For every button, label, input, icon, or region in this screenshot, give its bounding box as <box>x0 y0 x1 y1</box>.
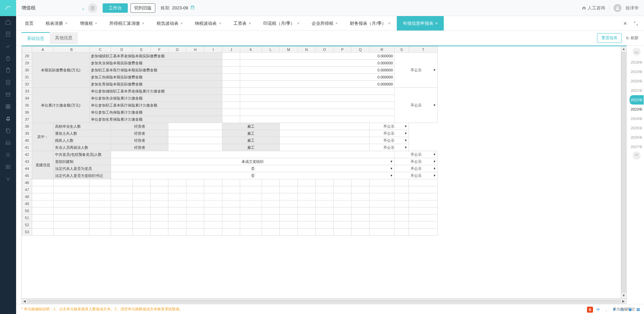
cell[interactable]: 不公示▼ <box>369 130 409 137</box>
cell[interactable] <box>168 193 186 200</box>
cell[interactable] <box>150 179 168 186</box>
cell[interactable] <box>369 186 394 193</box>
nav-v-icon[interactable] <box>0 173 16 185</box>
cell[interactable] <box>262 207 279 214</box>
row-header[interactable]: 49 <box>22 200 32 207</box>
nav-calc-icon[interactable] <box>0 76 16 88</box>
expand-tabs-button[interactable] <box>631 18 641 29</box>
cell[interactable] <box>262 179 279 186</box>
cell[interactable]: 0.000000 <box>240 74 394 81</box>
cell[interactable] <box>186 200 204 207</box>
year-item[interactable]: 2020年 <box>630 76 644 86</box>
cell[interactable] <box>409 229 438 236</box>
row-header[interactable]: 28 <box>22 53 32 60</box>
cell[interactable] <box>150 207 168 214</box>
cell[interactable] <box>352 193 369 200</box>
cell[interactable]: 经营者 <box>111 123 168 130</box>
cell[interactable] <box>280 144 369 151</box>
cell[interactable] <box>132 200 150 207</box>
cell[interactable] <box>111 193 132 200</box>
cell[interactable] <box>240 102 394 109</box>
scroll-down-icon[interactable]: ▼ <box>621 293 626 298</box>
cell[interactable] <box>316 200 333 207</box>
cell[interactable] <box>186 179 204 186</box>
col-header[interactable]: R <box>369 47 394 53</box>
year-item[interactable]: 2027年 <box>630 142 644 151</box>
module-dropdown[interactable]: 增值税 ⌄ <box>21 5 85 11</box>
cell[interactable] <box>32 179 53 186</box>
cell[interactable] <box>280 130 369 137</box>
cell[interactable]: 参加职工基本医疗保险本期实际缴费金额 <box>90 67 222 74</box>
year-up-button[interactable]: ︽ <box>633 48 641 56</box>
cell[interactable] <box>150 200 168 207</box>
tab-close-icon[interactable]: × <box>249 21 251 26</box>
cell[interactable] <box>240 186 262 193</box>
row-header[interactable]: 34 <box>22 95 32 102</box>
close-all-tabs-button[interactable]: ✕ <box>620 18 631 29</box>
cell[interactable] <box>262 214 279 222</box>
cell[interactable] <box>280 193 298 200</box>
year-item[interactable]: 2023年 <box>630 105 644 114</box>
cell[interactable]: 0.000000 <box>240 67 394 74</box>
cell[interactable] <box>54 179 90 186</box>
cell[interactable] <box>204 207 222 214</box>
cell[interactable]: 单位累计欠缴金额(万元) <box>32 88 89 123</box>
cell[interactable] <box>240 200 262 207</box>
cell[interactable] <box>280 123 369 130</box>
nav-bag-icon[interactable] <box>0 52 16 64</box>
cell[interactable] <box>32 200 53 207</box>
cell[interactable]: 不公示▼ <box>369 123 409 130</box>
cell[interactable]: 本期实际缴费金额(万元) <box>32 53 89 88</box>
cell[interactable] <box>298 193 315 200</box>
cell[interactable]: 单位参加失业保险累计欠缴金额 <box>90 95 222 102</box>
cell[interactable]: 参加工伤保险本期实际缴费金额 <box>90 74 222 81</box>
col-header[interactable]: G <box>168 47 186 53</box>
cell[interactable]: 0.000000 <box>240 53 394 60</box>
cell[interactable] <box>111 222 132 229</box>
cell[interactable] <box>298 214 315 222</box>
col-header[interactable]: I <box>204 47 222 53</box>
cell[interactable] <box>111 214 132 222</box>
tab[interactable]: 工资表× <box>227 16 257 30</box>
cell[interactable] <box>280 214 298 222</box>
cell[interactable]: 否▼ <box>111 172 394 179</box>
cell[interactable] <box>352 222 369 229</box>
cell[interactable] <box>132 207 150 214</box>
cell[interactable] <box>394 229 409 236</box>
cell[interactable] <box>394 222 409 229</box>
tab-close-icon[interactable]: × <box>335 21 338 26</box>
subtab-basic[interactable]: 基础信息 <box>21 32 50 44</box>
tab[interactable]: 首页 <box>19 16 40 30</box>
cell[interactable] <box>204 186 222 193</box>
cell[interactable] <box>186 193 204 200</box>
row-header[interactable]: 45 <box>22 172 32 179</box>
col-header[interactable]: L <box>262 47 279 53</box>
cell[interactable] <box>352 207 369 214</box>
cell[interactable] <box>90 193 111 200</box>
cell[interactable] <box>222 81 240 88</box>
cell[interactable] <box>111 229 132 236</box>
cell[interactable] <box>352 214 369 222</box>
cell[interactable] <box>204 193 222 200</box>
cell[interactable] <box>280 229 298 236</box>
cell[interactable]: 单位参加职工基本医疗保险累计欠缴金额 <box>90 102 222 109</box>
nav-gear-icon[interactable] <box>0 149 16 161</box>
cell[interactable]: 参加失业保险本期实际缴费金额 <box>90 60 222 67</box>
cell[interactable] <box>132 214 150 222</box>
cell[interactable] <box>409 200 438 207</box>
cell[interactable] <box>204 179 222 186</box>
col-header[interactable]: Q <box>352 47 369 53</box>
nav-grid-icon[interactable] <box>0 101 16 113</box>
cell[interactable] <box>204 214 222 222</box>
cell[interactable] <box>262 186 279 193</box>
cell[interactable] <box>150 214 168 222</box>
cell[interactable] <box>352 186 369 193</box>
cell[interactable] <box>222 53 240 60</box>
col-header[interactable]: P <box>333 47 351 53</box>
cell[interactable] <box>298 207 315 214</box>
row-header[interactable]: 31 <box>22 74 32 81</box>
cell[interactable] <box>262 229 279 236</box>
tab[interactable]: 纳税波动表× <box>189 16 227 30</box>
cell[interactable] <box>369 229 394 236</box>
cell[interactable]: 高校毕业生人数 <box>54 123 111 130</box>
